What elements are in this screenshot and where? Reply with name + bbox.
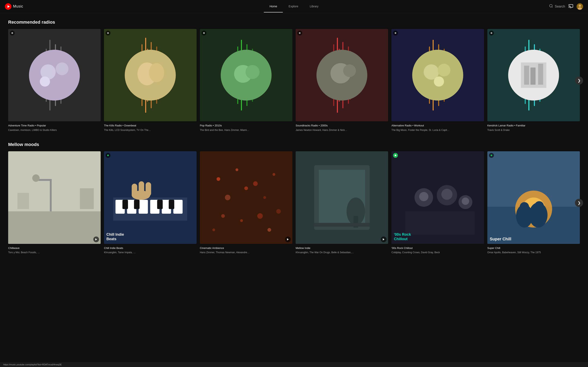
svg-point-63 [240, 219, 243, 222]
svg-point-13 [149, 63, 164, 82]
svg-rect-34 [17, 193, 29, 209]
card-info-soundtracks: Soundtracks Radio • 2000s James Newton H… [296, 123, 388, 132]
app-title: Music [13, 4, 23, 8]
card-subtitle: Toro y Moi, Beach Fossils, … [8, 251, 101, 254]
svg-point-57 [273, 173, 276, 176]
logo-area: Music [5, 3, 23, 10]
card-subtitle: Omar Apollo, Babeheaven, Still Woozy, Th… [487, 251, 580, 254]
artist-circle-image [508, 50, 559, 100]
svg-point-9 [56, 62, 68, 75]
artist-circle-image [29, 50, 80, 100]
header-right: Search [549, 3, 583, 10]
card-info-kendrick: Kendrick Lamar Radio • Familiar Travis S… [487, 123, 580, 132]
search-area[interactable]: Search [549, 4, 565, 9]
artist-circle-image [316, 50, 367, 100]
artist-circle-image [221, 50, 272, 100]
card-info-kills: The Kills Radio • Downbeat The Kills, LC… [104, 123, 196, 132]
svg-point-60 [263, 196, 266, 199]
card-thumb-chillwave [8, 151, 101, 244]
card-alternative-radio[interactable]: Alternative Radio • Workout The Big Moon… [391, 29, 484, 132]
svg-rect-46 [134, 200, 140, 209]
card-title: Adventure Time Radio • Popular [8, 124, 101, 127]
card-chill-indie-beats[interactable]: Chill IndieBeats Chill Indie Beats Khrua… [104, 151, 196, 254]
avatar[interactable] [577, 3, 583, 10]
card-subtitle: Travis Scott & Drake [487, 128, 580, 132]
card-title: Kendrick Lamar Radio • Familiar [487, 124, 580, 127]
play-icon [93, 236, 99, 242]
card-pop-radio[interactable]: Pop Radio • 2010s The Bird and the Bee, … [200, 29, 292, 132]
card-title: Mellow Indie [296, 246, 388, 250]
card-adventure-time-radio[interactable]: Adventure Time Radio • Popular Cavetown,… [8, 29, 101, 132]
svg-point-16 [245, 65, 259, 79]
card-info-mellow-indie: Mellow Indie Khruangbin, The War On Drug… [296, 246, 388, 255]
svg-point-81 [441, 189, 452, 200]
radio-station-icon [10, 31, 15, 35]
svg-point-90 [535, 201, 544, 210]
header: Music Home Explore Library Search [0, 0, 588, 13]
svg-point-55 [235, 168, 238, 171]
card-info-chill-indie: Chill Indie Beats Khruangbin, Tame Impal… [104, 246, 196, 255]
svg-rect-79 [405, 211, 475, 234]
card-super-chill[interactable]: Super Chill Super Chill Omar Apollo, Bab… [487, 151, 580, 254]
play-icon [381, 236, 387, 242]
svg-rect-52 [146, 182, 151, 196]
card-thumb-alternative [391, 29, 484, 121]
card-subtitle: The Big Moon, Foster the People, St. Luc… [391, 128, 484, 132]
card-title: Pop Radio • 2010s [200, 124, 292, 127]
cast-icon[interactable] [568, 3, 573, 9]
card-kills-radio[interactable]: The Kills Radio • Downbeat The Kills, LC… [104, 29, 196, 132]
card-soundtracks-radio[interactable]: Soundtracks Radio • 2000s James Newton H… [296, 29, 388, 132]
radio-station-icon [489, 153, 494, 158]
svg-point-80 [419, 192, 428, 201]
svg-rect-41 [139, 200, 148, 214]
svg-point-61 [276, 209, 281, 214]
svg-point-64 [257, 213, 263, 219]
card-thumb-kendrick [487, 29, 580, 121]
card-thumb-pop [200, 29, 292, 121]
recommended-radios-row: Adventure Time Radio • Popular Cavetown,… [8, 29, 580, 132]
card-subtitle: The Kills, LCD Soundsystem, TV On The… [104, 128, 196, 132]
status-url: https://music.youtube.com/playlist?list=… [3, 363, 62, 366]
main-content: Recommended radios [0, 13, 588, 271]
card-thumb-kills [104, 29, 196, 121]
card-subtitle: Khruangbin, The War On Drugs, Belle & Se… [296, 251, 388, 254]
card-mellow-indie[interactable]: Mellow Indie Khruangbin, The War On Drug… [296, 151, 388, 254]
svg-rect-27 [530, 67, 536, 85]
nav-library[interactable]: Library [304, 1, 324, 12]
card-subtitle: Cavetown, mxmtoon, LIMBO & Studio Killer… [8, 128, 101, 132]
svg-point-65 [212, 229, 215, 231]
card-thumb-soundtracks [296, 29, 388, 121]
card-00s-rock-chillout[interactable]: '00s RockChillout '00s Rock Chillout Col… [391, 151, 484, 254]
card-subtitle: Hans Zimmer, Thomas Newman, Alexandre… [200, 251, 292, 254]
card-title: Soundtracks Radio • 2000s [296, 124, 388, 127]
card-chillwave[interactable]: Chillwave Toro y Moi, Beach Fossils, … [8, 151, 101, 254]
carousel-next-button[interactable]: ❯ [575, 76, 583, 85]
card-subtitle: James Newton Howard, Hans Zimmer & Nick… [296, 128, 388, 132]
mellow-moods-title: Mellow moods [8, 142, 580, 147]
card-thumb-mellow-indie [296, 151, 388, 244]
radio-station-icon [489, 31, 494, 35]
mellow-moods-carousel: Chillwave Toro y Moi, Beach Fossils, … [8, 151, 580, 254]
svg-rect-33 [8, 211, 101, 244]
card-info-adventure-time: Adventure Time Radio • Popular Cavetown,… [8, 123, 101, 132]
card-cinematic-ambience[interactable]: Cinematic Ambience Hans Zimmer, Thomas N… [200, 151, 292, 254]
card-title: Chillwave [8, 246, 101, 250]
svg-rect-35 [80, 188, 94, 209]
card-thumb-cinematic [200, 151, 292, 244]
card-thumb-adventure-time [8, 29, 101, 121]
svg-point-5 [579, 4, 581, 7]
nav-explore[interactable]: Explore [283, 1, 304, 12]
recommended-radios-carousel: Adventure Time Radio • Popular Cavetown,… [8, 29, 580, 132]
card-kendrick-radio[interactable]: Kendrick Lamar Radio • Familiar Travis S… [487, 29, 580, 132]
svg-rect-50 [132, 184, 137, 198]
svg-point-32 [32, 175, 40, 182]
card-info-alternative: Alternative Radio • Workout The Big Moon… [391, 123, 484, 132]
nav-home[interactable]: Home [264, 1, 283, 12]
svg-point-82 [462, 198, 469, 205]
svg-rect-47 [157, 200, 163, 209]
main-nav: Home Explore Library [264, 1, 324, 12]
svg-rect-28 [538, 64, 543, 85]
card-thumb-00s-rock: '00s RockChillout [391, 151, 484, 244]
mellow-moods-next-button[interactable]: ❯ [575, 199, 583, 207]
svg-marker-67 [287, 238, 289, 240]
